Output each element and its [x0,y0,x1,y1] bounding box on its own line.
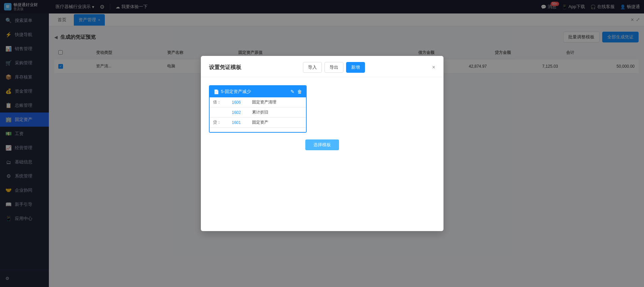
entry-account-2: 累计折旧 [249,107,288,118]
modal-header-actions: 导入 导出 新增 [303,62,365,73]
template-edit-icon[interactable]: ✎ [290,89,295,94]
entry-credit-3 [297,118,306,128]
modal-header: 设置凭证模板 导入 导出 新增 × [201,56,443,77]
modal-close-button[interactable]: × [432,64,435,70]
page-area: 首页 资产管理 × × ⤢ ◀ 生成的凭证预览 [49,13,644,287]
modal-overlay: 设置凭证模板 导入 导出 新增 × [49,26,644,287]
template-card-header-right: ✎ 🗑 [290,89,302,94]
select-template-button[interactable]: 选择模板 [305,139,339,150]
template-entry-row-empty [210,128,306,132]
new-button[interactable]: 新增 [346,62,365,73]
page-content: ◀ 生成的凭证预览 批量调整模板 全部生成凭证 变动类型 [49,26,644,287]
entry-debit-3 [288,118,297,128]
entry-account-1: 固定资产清理 [249,97,288,107]
app-container: 财 畅捷通好业财 普及版 医疗器械行业演示 ▾ ⚙ ☁ 我要体验一下 💬 消息 … [0,0,644,287]
modal-title: 设置凭证模板 [209,64,241,71]
entry-code-3: 1601 [228,118,249,128]
template-entry-row: 借： 1606 固定资产清理 [210,97,306,107]
entry-debit-2 [288,107,297,118]
entry-credit-2 [297,107,306,118]
entry-type-3: 贷： [210,118,229,128]
entry-code-1: 1606 [228,97,249,107]
template-card-header-left: 📄 5-固定资产减少 [214,89,251,95]
template-header-label: 5-固定资产减少 [221,89,251,95]
template-entry-row: 贷： 1601 固定资产 [210,118,306,128]
entry-code-2: 1602 [228,107,249,118]
entry-type-2 [210,107,229,118]
main-layout: 🔍 搜索菜单 ⚡ 快捷导航 📊 销售管理 🛒 采购管理 📦 库存核算 💰 [0,13,644,287]
modal-set-template: 设置凭证模板 导入 导出 新增 × [201,56,443,231]
template-entry-row: 1602 累计折旧 [210,107,306,118]
template-card-header: 📄 5-固定资产减少 ✎ 🗑 [210,86,306,97]
template-entries-table: 借： 1606 固定资产清理 [210,97,306,132]
entry-credit-1 [297,97,306,107]
template-card-body: 借： 1606 固定资产清理 [210,97,306,132]
modal-body: 📄 5-固定资产减少 ✎ 🗑 [201,77,443,219]
export-button[interactable]: 导出 [325,62,343,73]
template-doc-icon: 📄 [214,89,219,94]
template-card: 📄 5-固定资产减少 ✎ 🗑 [209,85,307,133]
template-delete-icon[interactable]: 🗑 [297,89,302,94]
entry-account-3: 固定资产 [249,118,288,128]
entry-type-1: 借： [210,97,229,107]
entry-debit-1 [288,97,297,107]
import-button[interactable]: 导入 [303,62,322,73]
